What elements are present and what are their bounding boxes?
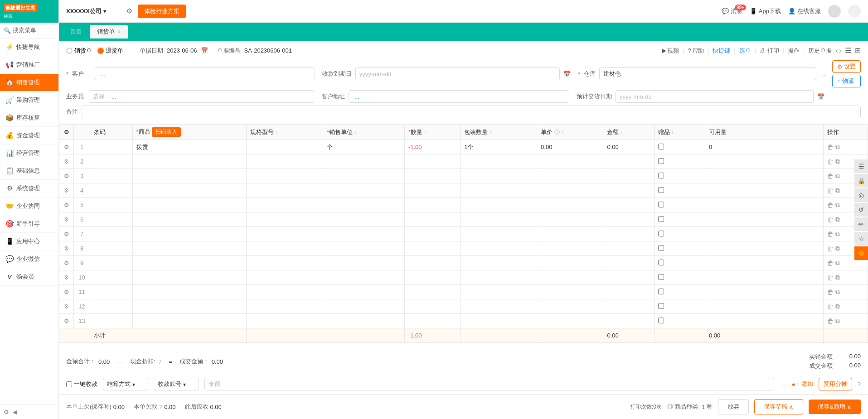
row-qty[interactable]: -1.00 — [404, 140, 460, 154]
sidebar-item-purchase[interactable]: 🛒 采购管理 — [0, 92, 58, 109]
online-service-btn[interactable]: 👤 在线客服 — [788, 7, 821, 15]
copy-row-icon[interactable]: ⧉ — [835, 317, 840, 325]
delete-row-icon[interactable]: 🗑 — [827, 289, 834, 296]
setting-button[interactable]: ⚙ 设置 — [832, 60, 861, 73]
gift-checkbox[interactable] — [658, 144, 664, 149]
app-download-btn[interactable]: 📱 App下载 — [750, 7, 781, 15]
sidebar-item-operations[interactable]: 📊 经营管理 — [0, 144, 58, 162]
topbar-gear-icon[interactable]: ⚙ — [126, 7, 132, 15]
payment-help-icon[interactable]: ? — [858, 381, 861, 388]
float-btn-circle[interactable]: ◎ — [854, 188, 868, 202]
sidebar-search[interactable]: 🔍 搜索菜单 — [0, 23, 58, 39]
float-btn-1[interactable]: ☰ — [854, 159, 868, 173]
sidebar-item-apps[interactable]: 📱 应用中心 — [0, 233, 58, 250]
row-spec[interactable] — [247, 140, 323, 154]
delete-row-icon[interactable]: 🗑 — [827, 260, 834, 267]
sidebar-item-system[interactable]: ⚙ 系统管理 — [0, 180, 58, 197]
salesperson-input[interactable]: 选择... ... — [89, 90, 314, 103]
table-container[interactable]: ⚙ 条码 *商品 扫码录入 规格型号 ↕ *销售单位 ↕ *数量 ↕ 包装数量 … — [59, 124, 868, 349]
float-btn-star[interactable]: ☆ — [854, 232, 868, 246]
grid-view-icon[interactable]: ⊞ — [855, 46, 861, 55]
delete-row-icon[interactable]: 🗑 — [827, 173, 834, 180]
row-gift[interactable] — [654, 140, 705, 154]
gift-checkbox[interactable] — [658, 202, 664, 207]
warehouse-input[interactable]: 建材仓 — [599, 67, 816, 80]
gift-checkbox[interactable] — [658, 173, 664, 178]
delete-row-icon[interactable]: 🗑 — [827, 158, 834, 165]
float-btn-orange[interactable]: 🔶 — [854, 246, 868, 260]
cash-discount-help[interactable]: ? — [158, 358, 161, 365]
tab-home[interactable]: 首页 — [63, 25, 89, 39]
gift-checkbox[interactable] — [658, 303, 664, 309]
company-selector[interactable]: XXXXXX公司 — [66, 7, 121, 15]
settings-footer-icon[interactable]: ⚙ — [4, 409, 9, 415]
experience-btn[interactable]: 体验行业方案 — [138, 5, 186, 18]
gift-checkbox[interactable] — [658, 289, 664, 294]
delete-row-icon[interactable]: 🗑 — [827, 318, 834, 325]
expense-btn[interactable]: 费用分摊 — [819, 378, 852, 390]
delete-row-icon[interactable]: 🗑 — [827, 274, 834, 281]
float-btn-rotate[interactable]: ↺ — [854, 203, 868, 217]
copy-row-icon[interactable]: ⧉ — [835, 288, 840, 296]
gift-checkbox[interactable] — [658, 260, 664, 265]
address-input[interactable]: ... — [349, 90, 569, 103]
due-date-input[interactable]: yyyy-mm-dd — [355, 67, 560, 80]
table-settings-icon[interactable]: ⚙ — [64, 129, 69, 135]
logistics-button[interactable]: + 物流 — [832, 75, 861, 87]
sidebar-item-inventory[interactable]: 📦 库存核算 — [0, 109, 58, 127]
copy-row-icon[interactable]: ⧉ — [835, 201, 840, 209]
payment-method-select[interactable]: 结算方式 — [103, 378, 148, 390]
payment-ellipsis[interactable]: ... — [780, 381, 786, 388]
collapse-icon[interactable]: ◀ — [13, 409, 17, 415]
message-btn[interactable]: 💬 消息 99+ — [722, 7, 742, 15]
copy-row-icon[interactable]: ⧉ — [835, 274, 840, 281]
save-new-btn[interactable]: 保存&新增 ∧ — [809, 400, 861, 414]
list-view-icon[interactable]: ☰ — [845, 46, 851, 55]
radio-return-order[interactable]: 退货单 — [97, 47, 123, 55]
float-btn-edit[interactable]: ✏ — [854, 217, 868, 231]
copy-row-icon[interactable]: ⧉ — [835, 230, 840, 238]
calendar-icon[interactable]: 📅 — [201, 47, 208, 54]
next-page-icon[interactable]: › — [839, 47, 841, 55]
sidebar-item-marketing[interactable]: 📢 营销推广 — [0, 56, 58, 74]
payment-amount-input[interactable]: 金额 — [204, 378, 774, 390]
delivery-input[interactable]: yyyy-mm-dd — [616, 90, 814, 103]
gift-checkbox[interactable] — [658, 158, 664, 164]
sidebar-item-guide[interactable]: 🎯 新手引导 — [0, 215, 58, 233]
doc-action-shortcuts[interactable]: 快捷键 — [713, 47, 730, 55]
total-owed-help[interactable]: ? — [159, 404, 162, 410]
salesperson-ellipsis[interactable]: ... — [110, 93, 116, 100]
delete-row-icon[interactable]: 🗑 — [827, 231, 834, 238]
due-date-calendar-icon[interactable]: 📅 — [563, 71, 571, 77]
row-pack-qty[interactable]: 1个 — [461, 140, 537, 154]
doc-action-help[interactable]: ? 帮助 — [688, 47, 704, 55]
row-product[interactable]: 拨贡 — [132, 140, 247, 154]
save-draft-btn[interactable]: 保存草稿 ∧ — [754, 399, 803, 414]
delete-row-icon[interactable]: 🗑 — [827, 216, 834, 223]
gift-checkbox[interactable] — [658, 318, 664, 323]
row-unit-price[interactable]: 0.00 — [537, 140, 603, 154]
address-ellipsis[interactable]: ... — [353, 93, 359, 100]
sidebar-item-finance[interactable]: 💰 资金管理 — [0, 127, 58, 144]
payment-account-select[interactable]: 收款账号 — [154, 378, 199, 390]
sidebar-item-vip[interactable]: V 畅会员 — [0, 268, 58, 286]
delete-row-icon[interactable]: 🗑 — [827, 144, 834, 151]
row-unit[interactable]: 个 — [323, 140, 405, 154]
tab-close-icon[interactable]: × — [117, 29, 121, 35]
row-amount[interactable]: 0.00 — [603, 140, 654, 154]
gift-checkbox[interactable] — [658, 187, 664, 193]
doc-action-operations[interactable]: 操作 — [788, 47, 800, 55]
delete-row-icon[interactable]: 🗑 — [827, 187, 834, 194]
gift-checkbox[interactable] — [658, 231, 664, 236]
delete-row-icon[interactable]: 🗑 — [827, 245, 834, 252]
doc-action-video[interactable]: ▶ 视频 — [662, 47, 679, 55]
sidebar-item-sales[interactable]: 🏠 销售管理 — [0, 74, 58, 92]
avatar[interactable] — [828, 5, 841, 18]
abandon-btn[interactable]: 放弃 — [718, 399, 749, 414]
copy-row-icon[interactable]: ⧉ — [835, 259, 840, 267]
doc-action-print[interactable]: 🖨 打印 — [760, 47, 779, 55]
sidebar-item-enterprise[interactable]: 🤝 企业协同 — [0, 197, 58, 215]
sidebar-item-shortcut[interactable]: ⚡ 快捷导航 — [0, 39, 58, 56]
copy-row-icon[interactable]: ⧉ — [835, 303, 840, 310]
warehouse-ellipsis[interactable]: ... — [820, 71, 827, 77]
